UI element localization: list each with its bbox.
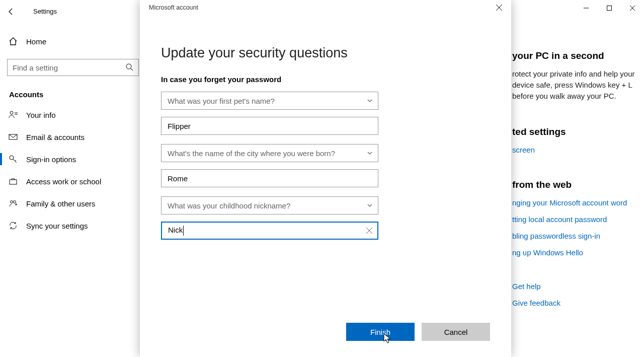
chevron-down-icon [367,201,373,210]
dialog-body: Update your security questions In case y… [140,15,511,240]
answer-1-input[interactable]: Flipper [161,117,378,135]
chevron-down-icon [367,97,373,105]
security-questions-dialog: Microsoft account Update your security q… [140,0,511,357]
finish-button[interactable]: Finish [346,323,415,341]
answer-2-value: Rome [168,174,188,183]
chevron-down-icon [367,149,373,158]
question-1-value: What was your first pet's name? [168,97,275,105]
answer-3-value: Nick [168,226,183,234]
question-2-select[interactable]: What's the name of the city where you we… [161,144,378,162]
dialog-backdrop: Microsoft account Update your security q… [0,0,644,357]
question-1-select[interactable]: What was your first pet's name? [161,92,378,110]
answer-1-value: Flipper [168,122,191,130]
answer-3-input[interactable]: Nick [161,222,378,240]
dialog-heading: Update your security questions [161,45,490,61]
dialog-subtitle: In case you forget your password [161,75,490,84]
dialog-close-button[interactable] [494,3,504,13]
dialog-title: Microsoft account [149,4,198,11]
dialog-header: Microsoft account [140,0,511,15]
dialog-buttons: Finish Cancel [346,323,490,341]
question-3-select[interactable]: What was your childhood nickname? [161,196,378,215]
question-3-value: What was your childhood nickname? [168,201,290,210]
clear-input-icon[interactable] [366,227,372,235]
cancel-button[interactable]: Cancel [422,323,490,341]
question-2-value: What's the name of the city where you we… [168,149,335,158]
answer-2-input[interactable]: Rome [161,169,378,187]
